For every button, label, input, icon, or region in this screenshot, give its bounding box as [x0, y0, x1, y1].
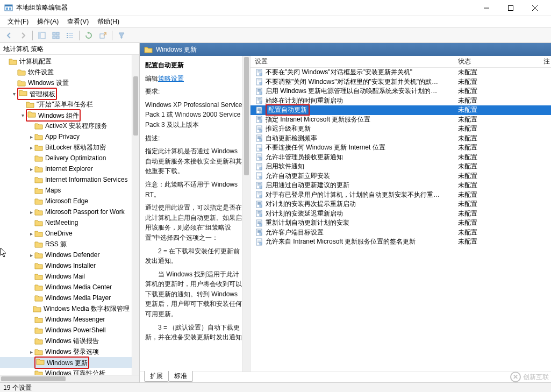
tree-node[interactable]: Microsoft Edge: [0, 196, 132, 206]
tree-expander[interactable]: ▸: [28, 231, 34, 237]
settings-row[interactable]: 指定 Intranet Microsoft 更新服务位置未配置: [251, 115, 551, 125]
tree-node[interactable]: Windows PowerShell: [0, 325, 132, 336]
menu-help[interactable]: 帮助(H): [93, 16, 124, 27]
settings-row[interactable]: 允许非管理员接收更新通知未配置: [251, 153, 551, 162]
tree-node[interactable]: Windows 可靠性分析: [0, 368, 132, 375]
tree-node[interactable]: Windows Installer: [0, 260, 132, 271]
settings-row[interactable]: 对计划的安装再次提示重新启动未配置: [251, 199, 551, 209]
tree-node[interactable]: 计算机配置: [0, 56, 132, 67]
settings-header[interactable]: 设置 状态 注: [251, 56, 551, 68]
settings-row[interactable]: 允许自动更新立即安装未配置: [251, 172, 551, 181]
tree[interactable]: 计算机配置软件设置Windows 设置▾管理模板"开始"菜单和任务栏▾Windo…: [0, 55, 132, 375]
settings-row[interactable]: 推迟升级和更新未配置: [251, 124, 551, 134]
tree-node[interactable]: ▸Microsoft Passport for Work: [0, 206, 132, 217]
tab-standard[interactable]: 标准: [168, 371, 193, 382]
refresh-icon[interactable]: [83, 30, 95, 41]
svg-rect-22: [257, 70, 261, 71]
edit-link-row: 编辑策略设置: [145, 74, 245, 84]
tree-expander[interactable]: ▸: [28, 252, 34, 258]
scrollbar-thumb[interactable]: [244, 57, 249, 175]
tree-node[interactable]: Windows 设置: [0, 77, 132, 88]
tree-node[interactable]: ▸App Privacy: [0, 131, 132, 142]
tree-node[interactable]: ▾Windows 组件: [0, 110, 132, 120]
tree-node[interactable]: ▸Internet Explorer: [0, 163, 132, 174]
scrollbar-thumb[interactable]: [133, 76, 138, 136]
settings-list[interactable]: 不要在"关闭 Windows"对话框显示"安装更新并关机"未配置不要调整"关闭 …: [251, 68, 551, 372]
tree-node[interactable]: Windows Media 数字权限管理: [0, 303, 132, 314]
tree-node[interactable]: Windows 错误报告: [0, 336, 132, 346]
tree-node-label: Windows PowerShell: [45, 326, 106, 334]
tree-hscrollbar[interactable]: [0, 375, 139, 382]
edit-policy-link[interactable]: 策略设置: [158, 75, 184, 82]
close-button[interactable]: [523, 0, 547, 16]
filter-icon[interactable]: [116, 30, 127, 41]
show-hide-tree-icon[interactable]: [36, 30, 48, 41]
minimize-button[interactable]: [474, 0, 498, 16]
tree-node[interactable]: ActiveX 安装程序服务: [0, 120, 132, 131]
settings-row[interactable]: 启用软件通知未配置: [251, 162, 551, 172]
tree-node[interactable]: ▸Windows 登录选项: [0, 346, 132, 357]
col-comment[interactable]: 注: [543, 57, 551, 66]
settings-row[interactable]: 自动更新检测频率未配置: [251, 134, 551, 144]
tree-expander[interactable]: ▸: [28, 209, 34, 215]
tree-node-label: Internet Explorer: [45, 165, 93, 173]
tree-node[interactable]: Delivery Optimization: [0, 153, 132, 163]
col-setting[interactable]: 设置: [255, 57, 458, 66]
tree-node-label: 软件设置: [28, 68, 54, 77]
tree-node[interactable]: Maps: [0, 185, 132, 196]
tree-node[interactable]: ▾管理模板: [0, 88, 132, 99]
tree-node[interactable]: Internet Information Services: [0, 174, 132, 185]
tree-node[interactable]: Windows Media Center: [0, 282, 132, 293]
list-detail-icon[interactable]: [64, 30, 76, 41]
settings-row[interactable]: 允许客户端目标设置未配置: [251, 228, 551, 238]
folder-icon: [34, 283, 43, 291]
forward-icon[interactable]: [17, 30, 29, 41]
tree-node[interactable]: Windows Messenger: [0, 314, 132, 325]
svg-rect-12: [53, 36, 55, 39]
tree-expander[interactable]: ▸: [28, 134, 34, 140]
tree-node[interactable]: 软件设置: [0, 67, 132, 77]
settings-row[interactable]: 允许来自 Intranet Microsoft 更新服务位置的签名更新未配置: [251, 237, 551, 247]
tree-expander[interactable]: ▸: [28, 145, 34, 151]
tree-node[interactable]: ▸Windows Defender: [0, 250, 132, 260]
detail-vscrollbar[interactable]: [242, 56, 250, 372]
tree-node[interactable]: Windows Media Player: [0, 293, 132, 303]
settings-row[interactable]: 不要在"关闭 Windows"对话框显示"安装更新并关机"未配置: [251, 68, 551, 77]
setting-state: 未配置: [458, 96, 551, 105]
tree-expander[interactable]: ▾: [11, 91, 17, 97]
export-icon[interactable]: [97, 30, 109, 41]
maximize-button[interactable]: [498, 0, 523, 16]
settings-row[interactable]: 不要连接任何 Windows 更新 Internet 位置未配置: [251, 143, 551, 153]
col-state[interactable]: 状态: [458, 57, 543, 66]
settings-row[interactable]: 重新计划自动更新计划的安装未配置: [251, 218, 551, 228]
settings-row[interactable]: 启用 Windows 更新电源管理以自动唤醒系统来安装计划的…未配置: [251, 87, 551, 96]
settings-row[interactable]: 对于有已登录用户的计算机，计划的自动更新安装不执行重…未配置: [251, 190, 551, 200]
settings-row[interactable]: 配置自动更新未配置: [251, 105, 551, 115]
settings-row[interactable]: 对计划的安装延迟重新启动未配置: [251, 209, 551, 219]
menu-file[interactable]: 文件(F): [3, 16, 33, 27]
tree-node[interactable]: ▸OneDrive: [0, 228, 132, 239]
tree-expander[interactable]: ▸: [28, 166, 34, 172]
menu-action[interactable]: 操作(A): [33, 16, 63, 27]
tree-node[interactable]: RSS 源: [0, 239, 132, 250]
scrollbar-thumb[interactable]: [1, 376, 66, 381]
menu-view[interactable]: 查看(V): [63, 16, 93, 27]
tree-node[interactable]: "开始"菜单和任务栏: [0, 99, 132, 110]
tree-node[interactable]: ▸BitLocker 驱动器加密: [0, 142, 132, 153]
tree-node[interactable]: Windows 更新: [0, 357, 132, 368]
svg-rect-28: [257, 81, 261, 81]
settings-row[interactable]: 不要调整"关闭 Windows"对话框里的"安装更新并关机"的默…未配置: [251, 77, 551, 87]
tab-extended[interactable]: 扩展: [144, 371, 169, 382]
setting-state: 未配置: [458, 172, 551, 181]
list-large-icon[interactable]: [50, 30, 62, 41]
tree-node[interactable]: NetMeeting: [0, 217, 132, 228]
svg-rect-92: [257, 202, 261, 203]
tree-expander[interactable]: ▾: [19, 112, 26, 118]
settings-row[interactable]: 启用通过自动更新建议的更新未配置: [251, 181, 551, 190]
tree-vscrollbar[interactable]: [132, 55, 139, 375]
svg-rect-27: [257, 80, 261, 80]
tree-header[interactable]: 地计算机 策略: [0, 43, 139, 55]
tree-node[interactable]: Windows Mail: [0, 271, 132, 282]
back-icon[interactable]: [3, 30, 15, 41]
tree-expander[interactable]: ▸: [28, 349, 34, 355]
